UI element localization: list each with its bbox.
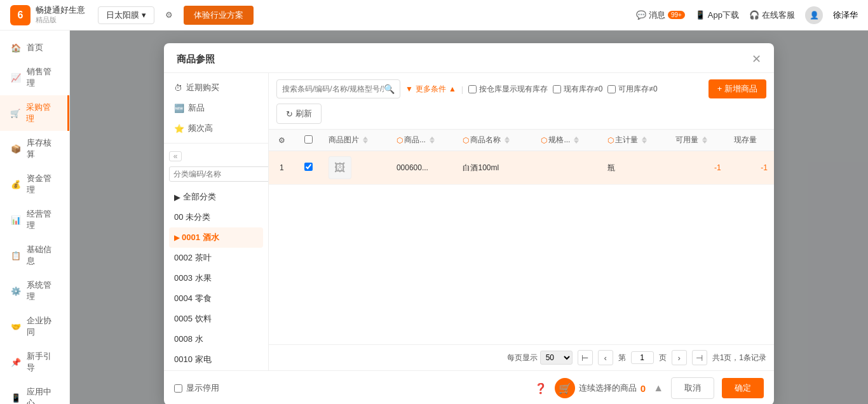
sort-available-arrows[interactable]: [702, 137, 707, 144]
category-item-uncategorized[interactable]: 00 未分类: [169, 207, 263, 227]
quick-filter-recent[interactable]: ⏱ 近期购买: [169, 78, 263, 97]
sidebar-item-guide[interactable]: 📌 新手引导: [0, 344, 69, 380]
category-item-appliance[interactable]: 0010 家电: [169, 349, 263, 370]
product-search-box: 🔍: [276, 79, 400, 98]
phone-icon: 📱: [695, 10, 705, 20]
sort-image-icon[interactable]: [363, 137, 368, 144]
online-service-nav-item[interactable]: 🎧 在线客服: [749, 10, 795, 21]
cancel-button[interactable]: 取消: [671, 377, 714, 399]
quick-filter-frequent[interactable]: ⭐ 频次高: [169, 119, 263, 138]
table-row[interactable]: 1 🖼 000600... 白酒100ml: [269, 151, 774, 185]
sort-name-arrows[interactable]: [505, 137, 510, 144]
cart-icon[interactable]: 🛒: [555, 378, 575, 398]
category-item-drink[interactable]: 0005 饮料: [169, 309, 263, 329]
apps-icon: 📱: [10, 392, 22, 403]
row-image: 🖼: [322, 151, 390, 185]
page-size-dropdown[interactable]: 50 10 20 100: [540, 351, 573, 365]
row-available: -1: [669, 151, 728, 185]
sidebar-item-home[interactable]: 🏠 首页: [0, 36, 69, 60]
confirm-button[interactable]: 确定: [722, 378, 764, 398]
refresh-button[interactable]: ↻ 刷新: [276, 104, 322, 124]
sidebar-item-purchase[interactable]: 🛒 采购管理: [0, 95, 69, 131]
divider: |: [461, 84, 463, 94]
row-unit: 瓶: [601, 151, 669, 185]
page-number-input[interactable]: [631, 351, 654, 364]
product-search-input[interactable]: [282, 84, 384, 93]
more-filters-button[interactable]: ▼ 更多条件 ▲: [405, 84, 456, 95]
new-icon: 🆕: [174, 104, 184, 113]
col-available: 可用量: [669, 130, 728, 151]
prev-page-button[interactable]: ‹: [598, 350, 613, 365]
sidebar-item-inventory[interactable]: 📦 库存核算: [0, 131, 69, 166]
guide-icon: 📌: [10, 356, 22, 368]
category-search-input[interactable]: [169, 166, 269, 182]
col-settings: ⚙: [269, 130, 295, 151]
category-item-water[interactable]: 0008 水: [169, 329, 263, 349]
logo-area: 6 畅捷通好生意 精品版: [10, 5, 85, 25]
trial-button[interactable]: 体验行业方案: [184, 6, 254, 25]
available-stock-checkbox[interactable]: 可用库存≠0: [607, 84, 657, 95]
sidebar-item-apps[interactable]: 📱 应用中心: [0, 380, 69, 404]
next-page-button[interactable]: ›: [672, 350, 687, 365]
sidebar-item-enterprise[interactable]: 🤝 企业协同: [0, 309, 69, 344]
stock-by-warehouse-checkbox[interactable]: 按仓库显示现有库存: [468, 84, 548, 95]
headset-icon: 🎧: [749, 10, 759, 20]
col-code: ⬡ 商品...: [390, 130, 457, 151]
category-collapse-button[interactable]: «: [169, 151, 182, 161]
product-search-icon[interactable]: 🔍: [384, 84, 395, 94]
sort-code-arrows[interactable]: [430, 137, 435, 144]
row-spec: [534, 151, 601, 185]
message-icon: 💬: [636, 10, 646, 20]
sidebar-item-finance[interactable]: 💰 资金管理: [0, 166, 69, 202]
sidebar-item-system[interactable]: ⚙️ 系统管理: [0, 273, 69, 309]
dialog-title: 商品参照: [177, 53, 215, 65]
messages-nav-item[interactable]: 💬 消息 99+: [636, 10, 685, 21]
col-unit: ⬡ 主计量: [601, 130, 669, 151]
settings-icon[interactable]: ⚙: [159, 6, 179, 25]
refresh-icon: ↻: [286, 109, 293, 119]
system-icon: ⚙️: [10, 285, 22, 297]
app-download-nav-item[interactable]: 📱 App下载: [695, 10, 739, 21]
category-item-tea[interactable]: 0002 茶叶: [169, 248, 263, 268]
product-reference-dialog: 商品参照 ✕ ⏱ 近期购买 🆕 新: [164, 43, 774, 404]
col-checkbox: [295, 130, 322, 151]
show-disabled-checkbox[interactable]: 显示停用: [174, 382, 219, 394]
quick-filter-new[interactable]: 🆕 新品: [169, 98, 263, 118]
content-area: 商品参照 ✕ ⏱ 近期购买 🆕 新: [70, 30, 868, 404]
table-settings-icon[interactable]: ⚙: [278, 136, 285, 145]
pagination-bar: 每页显示 50 10 20 100 ⊢ ‹ 第: [269, 344, 774, 370]
message-badge: 99+: [668, 11, 685, 19]
sidebar-item-operations[interactable]: 📊 经营管理: [0, 202, 69, 238]
operations-icon: 📊: [10, 214, 22, 226]
sort-unit-arrows[interactable]: [642, 137, 647, 144]
sidebar-item-sales[interactable]: 📈 销售管理: [0, 60, 69, 95]
collapse-icon[interactable]: ▲: [653, 382, 663, 394]
select-all-checkbox[interactable]: [304, 135, 313, 144]
dialog-footer: 显示停用 ❓ 🛒 连续选择的商品 0 ▲ 取消 确定: [164, 370, 774, 404]
purchase-icon: 🛒: [10, 107, 21, 119]
nav-right: 💬 消息 99+ 📱 App下载 🎧 在线客服 👤 徐泽华: [636, 6, 858, 24]
dialog-close-button[interactable]: ✕: [752, 52, 761, 66]
logo-sub: 精品版: [36, 15, 85, 25]
sidebar-item-basic-info[interactable]: 📋 基础信息: [0, 238, 69, 273]
sort-spec-arrows[interactable]: [574, 137, 579, 144]
page-label: 第: [618, 353, 626, 363]
col-name: ⬡ 商品名称: [456, 130, 534, 151]
dialog-header: 商品参照 ✕: [164, 43, 774, 73]
category-item-fruit[interactable]: 0003 水果: [169, 268, 263, 288]
category-item-snack[interactable]: 0004 零食: [169, 288, 263, 309]
row-select-checkbox[interactable]: [304, 163, 313, 171]
category-item-all[interactable]: ▶ 全部分类: [169, 187, 263, 207]
last-page-button[interactable]: ⊣: [692, 350, 707, 365]
avatar[interactable]: 👤: [805, 6, 823, 24]
logo-text: 畅捷通好生意: [36, 5, 85, 15]
current-stock-checkbox[interactable]: 现有库存≠0: [553, 84, 602, 95]
star-icon: ⭐: [174, 124, 184, 133]
username: 徐泽华: [833, 10, 858, 21]
help-icon[interactable]: ❓: [534, 382, 547, 394]
store-selector[interactable]: 日太阳膜 ▾: [98, 6, 154, 24]
add-product-button[interactable]: + 新增商品: [709, 79, 766, 98]
first-page-button[interactable]: ⊢: [578, 350, 593, 365]
main-layout: 🏠 首页 📈 销售管理 🛒 采购管理 📦 库存核算 💰 资金管理 📊 经营管理 …: [0, 30, 868, 404]
category-item-liquor[interactable]: ▶ 0001 酒水: [169, 227, 263, 248]
